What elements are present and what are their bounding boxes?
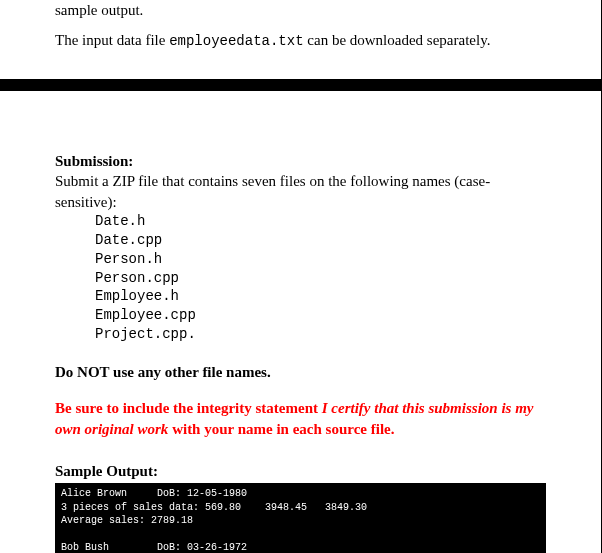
input-filename: employeedata.txt xyxy=(169,33,303,49)
required-file-list: Date.h Date.cpp Person.h Person.cpp Empl… xyxy=(95,212,546,344)
text: The input data file xyxy=(55,32,169,48)
no-other-filenames: Do NOT use any other file names. xyxy=(55,362,546,382)
submission-heading: Submission: xyxy=(55,151,546,171)
top-fragment: sample output. The input data file emplo… xyxy=(0,0,601,79)
submission-intro: Submit a ZIP file that contains seven fi… xyxy=(55,171,546,212)
text: with your name in each source file xyxy=(168,421,390,437)
sample-output-trail: sample output. xyxy=(55,0,546,20)
submission-section: Submission: Submit a ZIP file that conta… xyxy=(0,91,601,553)
input-file-line: The input data file employeedata.txt can… xyxy=(55,30,546,51)
terminal-output: Alice Brown DoB: 12-05-1980 3 pieces of … xyxy=(55,483,546,553)
page-divider xyxy=(0,79,601,91)
text: can be downloaded separately. xyxy=(304,32,491,48)
text: Be sure to include the integrity stateme… xyxy=(55,400,322,416)
text: . xyxy=(391,421,395,437)
integrity-statement: Be sure to include the integrity stateme… xyxy=(55,398,546,439)
sample-output-heading: Sample Output: xyxy=(55,461,546,481)
